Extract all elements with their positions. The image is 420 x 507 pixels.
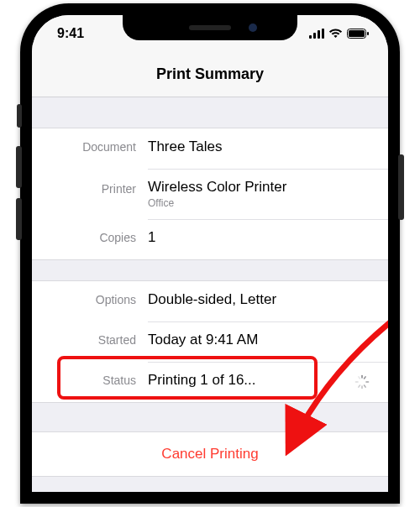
cellular-icon bbox=[309, 29, 324, 39]
nav-bar: Print Summary bbox=[32, 52, 388, 97]
label-started: Started bbox=[32, 321, 148, 347]
row-document: Document Three Tales bbox=[32, 128, 388, 169]
value-printer-name: Wireless Color Printer bbox=[148, 179, 286, 195]
spinner-icon bbox=[354, 374, 370, 389]
action-group: Cancel Printing bbox=[32, 431, 388, 477]
status-time: 9:41 bbox=[57, 26, 84, 41]
value-printer-location: Office bbox=[148, 197, 375, 209]
battery-icon bbox=[347, 29, 370, 39]
row-printer[interactable]: Printer Wireless Color Printer Office bbox=[32, 169, 388, 219]
label-copies: Copies bbox=[32, 219, 148, 244]
cancel-printing-button[interactable]: Cancel Printing bbox=[161, 446, 258, 463]
row-status: Status Printing 1 of 16... bbox=[32, 362, 388, 402]
section-gap bbox=[32, 403, 388, 431]
label-options: Options bbox=[32, 281, 148, 306]
speaker-grille bbox=[189, 25, 231, 30]
svg-rect-6 bbox=[367, 32, 369, 35]
volume-down-button bbox=[16, 198, 22, 240]
value-options: Double-sided, Letter bbox=[148, 281, 388, 318]
svg-rect-1 bbox=[313, 33, 316, 39]
print-details-group: Document Three Tales Printer Wireless Co… bbox=[32, 128, 388, 260]
phone-frame: 9:41 bbox=[20, 3, 400, 504]
svg-rect-2 bbox=[318, 30, 320, 39]
svg-line-14 bbox=[359, 377, 360, 379]
svg-line-12 bbox=[359, 385, 360, 387]
row-cancel: Cancel Printing bbox=[32, 432, 388, 476]
status-indicators bbox=[309, 29, 370, 39]
value-document: Three Tales bbox=[148, 128, 388, 165]
value-printer: Wireless Color Printer Office bbox=[148, 169, 388, 219]
silence-switch bbox=[17, 104, 22, 128]
svg-line-8 bbox=[365, 377, 366, 379]
row-started: Started Today at 9:41 AM bbox=[32, 321, 388, 362]
print-status-group: Options Double-sided, Letter Started Tod… bbox=[32, 280, 388, 403]
value-started: Today at 9:41 AM bbox=[148, 321, 388, 358]
power-button bbox=[398, 154, 404, 220]
volume-up-button bbox=[16, 146, 22, 188]
page-title: Print Summary bbox=[156, 65, 264, 83]
svg-line-10 bbox=[365, 385, 366, 387]
front-camera bbox=[249, 24, 257, 32]
svg-rect-0 bbox=[309, 35, 312, 39]
svg-rect-3 bbox=[322, 29, 324, 39]
label-printer: Printer bbox=[32, 169, 148, 196]
screen: 9:41 bbox=[32, 15, 388, 492]
section-gap bbox=[32, 97, 388, 128]
label-document: Document bbox=[32, 128, 148, 154]
wifi-icon bbox=[328, 29, 343, 39]
notch bbox=[123, 15, 297, 40]
value-status: Printing 1 of 16... bbox=[148, 362, 388, 399]
row-copies: Copies 1 bbox=[32, 219, 388, 259]
row-options: Options Double-sided, Letter bbox=[32, 281, 388, 321]
value-copies: 1 bbox=[148, 219, 388, 256]
svg-rect-5 bbox=[349, 30, 365, 37]
label-status: Status bbox=[32, 362, 148, 387]
section-gap bbox=[32, 260, 388, 280]
